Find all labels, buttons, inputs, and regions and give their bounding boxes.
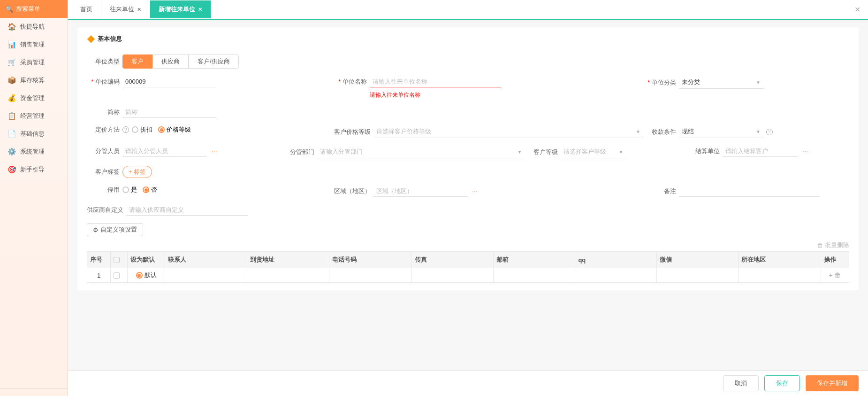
pricing-price-level-label: 价格等级 [167, 125, 191, 134]
abbr-group: 简称 [87, 107, 849, 118]
pricing-price-level-radio[interactable]: 价格等级 [158, 125, 191, 134]
header-checkbox[interactable] [114, 257, 120, 263]
batch-delete-label: 批量删除 [825, 241, 849, 249]
sidebar-icon-guide: 🎯 [8, 165, 16, 174]
supplier-custom-input[interactable] [126, 204, 248, 216]
search-menu-button[interactable]: 🔍 搜索菜单 [0, 0, 68, 18]
default-cell: 默认 [128, 268, 165, 283]
add-tag-button[interactable]: + 标签 [122, 166, 152, 178]
unit-btn-customer[interactable]: 客户 [122, 54, 152, 69]
sidebar-item-operations[interactable]: 📋经营管理 [0, 107, 68, 125]
unit-name-input[interactable] [370, 76, 501, 87]
tab-home-label: 首页 [80, 5, 92, 14]
payment-terms-help-icon[interactable]: ? [766, 129, 773, 135]
default-radio-circle [136, 272, 143, 279]
manager-input[interactable] [122, 146, 207, 157]
action-cell: + 🗑 [821, 268, 849, 283]
disabled-label: 停用 [87, 186, 120, 194]
table-header-4: 到货地址 [247, 252, 329, 268]
tab-new-counterpart[interactable]: 新增往来单位 ✕ [150, 0, 211, 18]
settlement-unit-input[interactable] [723, 146, 798, 157]
address-input[interactable] [250, 272, 327, 279]
sidebar-item-sales[interactable]: 📊销售管理 [0, 36, 68, 54]
pricing-method-group: 定价方法 ? 折扣 价格等级 [87, 125, 334, 134]
table-body: 1 默认 [87, 268, 849, 283]
unit-type-group: 单位类型 客户 供应商 客户/供应商 [87, 54, 849, 69]
disabled-yes-radio[interactable]: 是 [122, 186, 137, 194]
customer-price-level-group: 客户价格等级 请选择客户价格等级 ▼ [334, 125, 643, 138]
pricing-discount-radio-circle [132, 126, 138, 133]
unit-btn-supplier[interactable]: 供应商 [152, 54, 189, 69]
region-input[interactable] [373, 186, 467, 197]
sidebar: 🔍 搜索菜单 🏠快捷导航📊销售管理🛒采购管理📦库存核算💰资金管理📋经营管理📄基础… [0, 0, 68, 396]
del-row-button[interactable]: 🗑 [834, 272, 841, 279]
row-checkbox[interactable] [114, 272, 120, 279]
abbr-input[interactable] [122, 107, 216, 118]
phone-cell [329, 268, 412, 283]
settlement-ellipsis-button[interactable]: ··· [800, 148, 810, 155]
pricing-discount-label: 折扣 [140, 125, 152, 134]
custom-settings-button[interactable]: ⚙ 自定义项设置 [87, 223, 143, 236]
customer-price-level-label: 客户价格等级 [334, 128, 371, 136]
customer-price-level-placeholder: 请选择客户价格等级 [376, 127, 634, 136]
unit-code-label: 单位编码 [87, 78, 120, 86]
save-button[interactable]: 保存 [764, 375, 800, 391]
section-title: 🔶 基本信息 [87, 35, 849, 47]
unit-btn-both[interactable]: 客户/供应商 [189, 54, 239, 69]
unit-code-input[interactable] [122, 76, 216, 87]
table-header: 序号设为默认联系人到货地址电话号码传真邮箱qq微信所在地区操作 [87, 252, 849, 268]
close-all-tabs-button[interactable]: ✕ [851, 5, 864, 14]
sidebar-item-finance[interactable]: 💰资金管理 [0, 89, 68, 107]
tab-new-counterpart-close[interactable]: ✕ [198, 7, 202, 13]
department-select[interactable]: 请输入分管部门 ▼ [317, 146, 525, 158]
table-header-9: 微信 [657, 252, 739, 268]
tab-counterpart[interactable]: 往来单位 ✕ [101, 0, 150, 18]
unit-type-label: 单位类型 [87, 57, 120, 66]
supplier-custom-row: 供应商自定义 [87, 204, 849, 216]
payment-terms-select[interactable]: 现结 ▼ [679, 125, 763, 138]
contact-input[interactable] [168, 272, 244, 279]
sidebar-item-quick-nav[interactable]: 🏠快捷导航 [0, 18, 68, 36]
phone-input[interactable] [332, 272, 409, 279]
pricing-discount-radio[interactable]: 折扣 [132, 125, 152, 134]
footer: 取消 保存 保存并新增 [68, 370, 868, 396]
sidebar-label-quick-nav: 快捷导航 [20, 23, 45, 31]
sidebar-item-purchase[interactable]: 🛒采购管理 [0, 54, 68, 71]
customer-level-select[interactable]: 请选择客户等级 ▼ [561, 146, 626, 158]
contact-table: 序号设为默认联系人到货地址电话号码传真邮箱qq微信所在地区操作 1 默认 [87, 251, 849, 283]
table-header-1 [111, 252, 128, 268]
sidebar-item-system[interactable]: ⚙️系统管理 [0, 143, 68, 161]
manager-ellipsis-button[interactable]: ··· [210, 148, 219, 155]
sidebar-icon-quick-nav: 🏠 [8, 23, 16, 31]
disabled-no-label: 否 [151, 186, 157, 194]
sidebar-item-guide[interactable]: 🎯新手引导 [0, 161, 68, 179]
disabled-no-radio[interactable]: 否 [143, 186, 157, 194]
wechat-input[interactable] [660, 272, 735, 279]
cancel-button[interactable]: 取消 [723, 375, 759, 391]
remark-input[interactable] [679, 186, 820, 197]
customer-price-level-select[interactable]: 请选择客户价格等级 ▼ [373, 125, 643, 138]
add-row-button[interactable]: + [829, 272, 833, 279]
abbr-row: 简称 [87, 107, 849, 118]
email-input[interactable] [496, 272, 572, 279]
unit-category-select[interactable]: 未分类 ▼ [679, 76, 763, 89]
batch-delete-icon: 🗑 [817, 242, 823, 249]
qq-cell [575, 268, 657, 283]
sidebar-item-basic-info[interactable]: 📄基础信息 [0, 125, 68, 143]
tab-home[interactable]: 首页 [72, 0, 101, 18]
row-region-input[interactable] [741, 272, 818, 279]
pricing-method-help-icon[interactable]: ? [122, 126, 129, 133]
unit-category-value: 未分类 [682, 78, 754, 86]
manager-label: 分管人员 [87, 147, 120, 155]
tab-counterpart-close[interactable]: ✕ [137, 7, 141, 13]
region-ellipsis-button[interactable]: ··· [470, 187, 480, 195]
qq-input[interactable] [578, 272, 654, 279]
sidebar-bottom [0, 388, 68, 396]
table-header-0: 序号 [87, 252, 111, 268]
default-radio[interactable]: 默认 [130, 271, 162, 280]
pricing-price-level-radio-circle [158, 126, 165, 133]
tag-btn-label: + 标签 [129, 168, 146, 176]
save-new-button[interactable]: 保存并新增 [806, 375, 859, 391]
sidebar-item-inventory[interactable]: 📦库存核算 [0, 71, 68, 89]
fax-input[interactable] [415, 272, 490, 279]
